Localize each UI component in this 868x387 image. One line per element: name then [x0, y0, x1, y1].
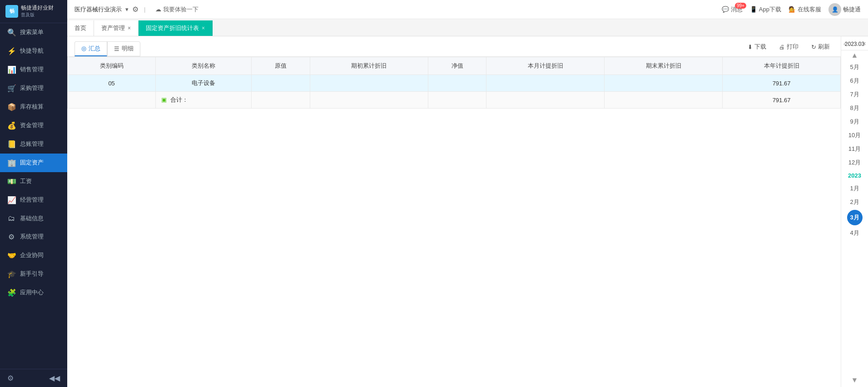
sidebar-item-collab[interactable]: 🤝 企业协同 — [0, 246, 67, 265]
sub-tab-summary[interactable]: ◎ 汇总 — [74, 41, 107, 56]
sidebar-item-label: 应用中心 — [20, 288, 44, 297]
settings-footer-icon[interactable]: ⚙ — [7, 374, 14, 382]
refresh-icon: ↻ — [811, 44, 816, 50]
download-label: 下载 — [754, 43, 766, 51]
company-dropdown-button[interactable]: ▾ — [125, 6, 129, 13]
month-item-1[interactable]: 1月 — [841, 182, 868, 195]
print-label: 打印 — [787, 43, 799, 51]
topbar-left: 医疗器械行业演示 ▾ ⚙ | ☁ 我要体验一下 — [74, 4, 203, 15]
month-item-7[interactable]: 7月 — [841, 88, 868, 101]
toolbar-actions: ⬇ 下载 🖨 打印 ↻ 刷新 — [744, 41, 833, 56]
total-monthly — [486, 92, 605, 109]
total-annual: 791.67 — [723, 92, 841, 109]
sidebar-item-payroll[interactable]: 💵 工资 — [0, 172, 67, 191]
company-settings-button[interactable]: ⚙ — [132, 5, 139, 14]
month-item-3-active[interactable]: 3月 — [847, 210, 863, 225]
cell-accumulated — [310, 75, 428, 92]
ledger-icon: 📒 — [7, 140, 15, 149]
print-button[interactable]: 🖨 打印 — [775, 41, 802, 53]
month-item-8[interactable]: 8月 — [841, 101, 868, 115]
content-body: ◎ 汇总 ☰ 明细 ⬇ 下载 🖨 打印 — [67, 36, 868, 387]
sidebar-item-ops[interactable]: 📈 经营管理 — [0, 191, 67, 209]
ops-icon: 📈 — [7, 196, 15, 204]
topbar: 医疗器械行业演示 ▾ ⚙ | ☁ 我要体验一下 💬 消息 99+ 📱 App下载… — [67, 0, 868, 19]
main-area: 医疗器械行业演示 ▾ ⚙ | ☁ 我要体验一下 💬 消息 99+ 📱 App下载… — [67, 0, 868, 387]
app-download-button[interactable]: 📱 App下载 — [750, 5, 781, 14]
table-wrapper: 类别编码 类别名称 原值 期初累计折旧 净值 本月计提折旧 期末累计折旧 本年计… — [67, 57, 841, 387]
month-item-10[interactable]: 10月 — [841, 129, 868, 142]
sidebar-item-label: 固定资产 — [20, 159, 44, 167]
col-annual: 本年计提折旧 — [723, 57, 841, 75]
sidebar-item-sales[interactable]: 📊 销售管理 — [0, 60, 67, 79]
app-version: 普及版 — [21, 12, 54, 18]
tab-depreciation[interactable]: 固定资产折旧统计表 × — [139, 20, 213, 36]
sidebar-item-inventory[interactable]: 📦 库存核算 — [0, 98, 67, 116]
sidebar-item-label: 库存核算 — [20, 103, 44, 111]
month-item-2[interactable]: 2月 — [841, 195, 868, 209]
collab-icon: 🤝 — [7, 251, 15, 260]
col-original: 原值 — [252, 57, 310, 75]
phone-icon: 📱 — [750, 6, 757, 13]
total-net — [428, 92, 486, 109]
month-item-12[interactable]: 12月 — [841, 156, 868, 169]
date-panel-header: 2023.03 ⤢ × — [841, 38, 868, 50]
sub-tab-detail[interactable]: ☰ 明细 — [107, 41, 140, 56]
sidebar-item-finance[interactable]: 💰 资金管理 — [0, 116, 67, 135]
month-item-5[interactable]: 5月 — [841, 60, 868, 74]
sidebar-item-label: 基础信息 — [20, 214, 44, 223]
experience-button[interactable]: ☁ 我要体验一下 — [151, 4, 203, 15]
user-profile-button[interactable]: 👤 畅捷通 — [828, 3, 861, 16]
tab-assets[interactable]: 资产管理 × — [94, 20, 139, 36]
sub-tab-summary-label: 汇总 — [89, 45, 100, 53]
panel-up-button[interactable]: ▲ — [850, 51, 859, 60]
close-panel-button[interactable]: × — [863, 40, 866, 47]
tab-home[interactable]: 首页 — [67, 20, 94, 36]
download-button[interactable]: ⬇ 下载 — [744, 41, 770, 53]
col-name: 类别名称 — [156, 57, 252, 75]
tab-depreciation-close[interactable]: × — [202, 25, 205, 31]
sub-tabbar: ◎ 汇总 ☰ 明细 ⬇ 下载 🖨 打印 — [67, 36, 841, 57]
appstore-icon: 🧩 — [7, 288, 15, 297]
refresh-button[interactable]: ↻ 刷新 — [808, 41, 833, 53]
message-button[interactable]: 💬 消息 99+ — [722, 5, 743, 14]
sidebar-item-ledger[interactable]: 📒 总账管理 — [0, 135, 67, 154]
sales-icon: 📊 — [7, 65, 15, 74]
collapse-sidebar-button[interactable]: ◀◀ — [49, 374, 60, 382]
total-end-accumulated — [605, 92, 723, 109]
sidebar-item-guide[interactable]: 🎓 新手引导 — [0, 265, 67, 283]
sidebar-item-appstore[interactable]: 🧩 应用中心 — [0, 283, 67, 302]
cell-name: 电子设备 — [156, 75, 252, 92]
month-item-9[interactable]: 9月 — [841, 115, 868, 129]
panel-down-button[interactable]: ▼ — [850, 376, 859, 384]
sidebar-item-system[interactable]: ⚙ 系统管理 — [0, 228, 67, 246]
sidebar-item-search[interactable]: 🔍 搜索菜单 — [0, 23, 67, 42]
month-item-11[interactable]: 11月 — [841, 142, 868, 156]
sidebar-item-purchase[interactable]: 🛒 采购管理 — [0, 79, 67, 98]
table-row: 05 电子设备 791.67 — [68, 75, 841, 92]
col-monthly: 本月计提折旧 — [486, 57, 605, 75]
date-panel-title: 2023.03 — [845, 41, 864, 47]
total-original — [252, 92, 310, 109]
sidebar-logo: 畅 畅捷通好业财 普及版 — [0, 0, 67, 23]
service-label: 在线客服 — [798, 5, 821, 14]
month-item-6[interactable]: 6月 — [841, 74, 868, 88]
month-item-4[interactable]: 4月 — [841, 226, 868, 240]
sidebar-scroll: 🔍 搜索菜单 ⚡ 快捷导航 📊 销售管理 🛒 采购管理 📦 库存核算 💰 资金管… — [0, 23, 67, 369]
sidebar-item-label: 销售管理 — [20, 65, 44, 74]
tab-assets-close[interactable]: × — [128, 25, 131, 31]
col-net: 净值 — [428, 57, 486, 75]
sidebar-item-basic[interactable]: 🗂 基础信息 — [0, 209, 67, 228]
sidebar-item-fixed[interactable]: 🏢 固定资产 — [0, 154, 67, 172]
search-icon: 🔍 — [7, 28, 15, 37]
sidebar: 畅 畅捷通好业财 普及版 🔍 搜索菜单 ⚡ 快捷导航 📊 销售管理 🛒 采购管理… — [0, 0, 67, 387]
online-service-button[interactable]: 💁 在线客服 — [789, 5, 821, 14]
cloud-icon: ☁ — [155, 6, 161, 13]
sidebar-item-quicknav[interactable]: ⚡ 快捷导航 — [0, 42, 67, 60]
tabbar: 首页 资产管理 × 固定资产折旧统计表 × — [67, 19, 868, 36]
total-cell-code — [68, 92, 156, 109]
finance-icon: 💰 — [7, 121, 15, 130]
print-icon: 🖨 — [779, 44, 785, 50]
total-row: ▣ 合计： 791.67 — [68, 92, 841, 109]
expand-panel-button[interactable]: ⤢ — [843, 40, 848, 46]
year-2023-label: 2023 — [841, 169, 868, 182]
